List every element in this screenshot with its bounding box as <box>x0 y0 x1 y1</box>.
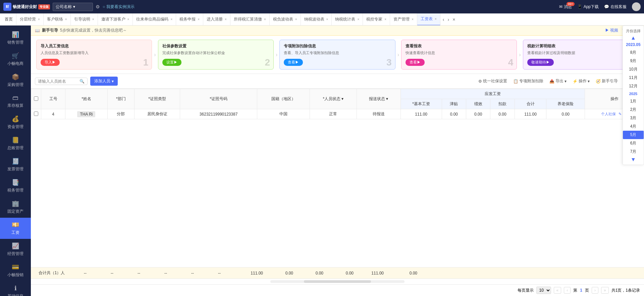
tab-product-code[interactable]: 往来单位商品编码 × <box>133 13 176 26</box>
sidebar-item-basicinfo[interactable]: ℹ 基础信息 <box>0 281 31 296</box>
tab-home[interactable]: 首页 <box>1 13 16 26</box>
settings-icon[interactable]: ⚙ <box>96 4 100 9</box>
tab-yindao[interactable]: 引导说明 × <box>71 13 98 26</box>
month-item-3[interactable]: 3月 <box>623 114 644 122</box>
tab-tax-stat[interactable]: 纳税统计表 × <box>332 13 363 26</box>
special-deduction-button[interactable]: 📋 专项附加扣除 <box>511 77 545 85</box>
tab-qingce[interactable]: 进入清册 × <box>203 13 230 26</box>
ledger-icon: 📒 <box>12 136 19 144</box>
online-service-button[interactable]: 💬 在线客服 <box>604 4 627 10</box>
sidebar-item-ecommerce[interactable]: 🛒 小畅电商 <box>0 49 31 70</box>
tab-invite[interactable]: 邀请下游客户 × <box>98 13 133 26</box>
close-icon[interactable]: × <box>357 17 359 21</box>
row-checkbox[interactable] <box>34 112 38 116</box>
tab-tax-wave[interactable]: 纳税波动表 × <box>301 13 332 26</box>
select-all-checkbox[interactable] <box>34 96 38 101</box>
edit-icon[interactable]: ✎ <box>619 112 622 116</box>
tab-tax-burden[interactable]: 税负波动表 × <box>270 13 301 26</box>
month-item-4[interactable]: 4月 <box>623 122 644 131</box>
sidebar-item-expense[interactable]: 💳 小畅报销 <box>0 260 31 281</box>
tab-tax-expert[interactable]: 税控专家 × <box>363 13 390 26</box>
user-avatar[interactable] <box>632 2 641 11</box>
tab-asset[interactable]: 资产管理 × <box>390 13 417 26</box>
tab-tax-report[interactable]: 税务申报 × <box>176 13 203 26</box>
sidebar-item-assets[interactable]: 🏢 固定资产 <box>0 197 31 218</box>
step3-button[interactable]: 查看▶ <box>284 59 303 66</box>
tab-prev-button[interactable]: ‹ <box>442 17 445 22</box>
close-icon[interactable]: × <box>264 17 266 21</box>
next-page-button[interactable]: › <box>592 287 598 294</box>
sidebar-item-tax[interactable]: 📑 税务管理 <box>0 175 31 197</box>
close-icon[interactable]: × <box>225 17 227 21</box>
close-icon[interactable]: × <box>435 17 437 21</box>
service-icon: 💬 <box>604 4 609 9</box>
month-panel-down-button[interactable]: ▼ <box>629 156 637 163</box>
sidebar-item-inventory[interactable]: 🗃 库存核算 <box>0 91 31 112</box>
month-panel-up-button[interactable]: ▲ <box>629 34 637 42</box>
row-checkbox-cell <box>31 109 41 119</box>
close-icon[interactable]: × <box>170 17 172 21</box>
tab-tax-calc[interactable]: 所得税汇算清缴 × <box>230 13 270 26</box>
close-icon[interactable]: × <box>127 17 129 21</box>
sidebar-item-sales[interactable]: 📊 销售管理 <box>0 28 31 49</box>
step1-button[interactable]: 导入▶ <box>41 59 60 66</box>
prev-page-button[interactable]: ‹ <box>564 287 571 294</box>
tab-salary[interactable]: 工资表 × <box>417 13 440 26</box>
month-item-11[interactable]: 11月 <box>623 74 644 82</box>
add-person-button[interactable]: 添加人员 ▾ <box>90 77 118 86</box>
row-report-status: 待报送 <box>357 109 400 119</box>
sidebar-item-management[interactable]: 📈 经营管理 <box>0 239 31 260</box>
scrollbar-thumb[interactable] <box>304 280 371 283</box>
video-link[interactable]: ▶ 视频 <box>605 28 618 33</box>
step3-desc: 查看、导入员工专项附加扣除信息 <box>284 50 391 55</box>
export-button[interactable]: 📤 导出 ▾ <box>547 77 569 85</box>
search-icon[interactable]: 🔍 <box>79 79 85 84</box>
step2-button[interactable]: 设置▶ <box>162 59 181 66</box>
month-item-5[interactable]: 5月 <box>623 131 644 139</box>
sidebar-item-finance[interactable]: 💰 资金管理 <box>0 112 31 133</box>
sidebar-item-ledger[interactable]: 📒 总账管理 <box>0 133 31 154</box>
step5-button[interactable]: 敬请期待▶ <box>527 59 554 66</box>
close-icon[interactable]: × <box>38 17 40 21</box>
step1-title: 导入员工资信息 <box>41 43 148 49</box>
month-item-12[interactable]: 12月 <box>623 82 644 90</box>
toolbar: 🔍 添加人员 ▾ ⚙ 统一社保设置 📋 专项附加扣除 📤 导出 <box>31 74 644 89</box>
page-size-select[interactable]: 10 20 50 <box>536 287 551 294</box>
close-icon[interactable]: × <box>198 17 200 21</box>
month-item-10[interactable]: 10月 <box>623 65 644 74</box>
sidebar-item-purchase[interactable]: 📦 采购管理 <box>0 70 31 91</box>
month-item-6[interactable]: 6月 <box>623 139 644 147</box>
month-item-year-2025[interactable]: 2025 <box>623 90 644 97</box>
month-item-8[interactable]: 8月 <box>623 48 644 57</box>
table-header-basic: *基本工资 <box>400 99 442 109</box>
operation-button[interactable]: ⚡ 操作 ▾ <box>571 77 592 85</box>
sidebar-item-salary[interactable]: 💴 工资 <box>0 218 31 239</box>
social-insurance-link[interactable]: 个人社保 <box>601 112 616 116</box>
tab-fen-ceng[interactable]: 分层经营 × <box>16 13 44 26</box>
search-input[interactable] <box>38 79 78 84</box>
close-icon[interactable]: × <box>384 17 386 21</box>
close-icon[interactable]: × <box>326 17 328 21</box>
message-button[interactable]: ✉ 消息 99+ <box>559 4 572 10</box>
close-icon[interactable]: × <box>295 17 297 21</box>
close-icon[interactable]: × <box>412 17 414 21</box>
demo-link[interactable]: ○ 我要看实例演示 <box>103 4 135 10</box>
social-security-button[interactable]: ⚙ 统一社保设置 <box>476 77 509 85</box>
month-item-1[interactable]: 1月 <box>623 97 644 105</box>
first-page-button[interactable]: « <box>554 287 561 294</box>
top-bar: 财 畅捷通好业财 专业版 公司名称 ▾ ⚙ ○ 我要看实例演示 ✉ 消息 99+… <box>0 0 644 13</box>
month-item-7[interactable]: 7月 <box>623 147 644 156</box>
tab-close-all-button[interactable]: × <box>451 17 456 22</box>
month-item-9[interactable]: 9月 <box>623 57 644 65</box>
tab-kehu[interactable]: 客户联络 × <box>44 13 71 26</box>
newguide-button[interactable]: 🧭 新手引导 <box>594 77 620 85</box>
step4-button[interactable]: 查看▶ <box>406 59 425 66</box>
close-icon[interactable]: × <box>65 17 67 21</box>
app-download-button[interactable]: 📱 App下载 <box>577 4 599 10</box>
last-page-button[interactable]: » <box>601 287 609 294</box>
company-selector[interactable]: 公司名称 ▾ <box>53 3 93 11</box>
close-icon[interactable]: × <box>92 17 94 21</box>
sidebar-item-invoice[interactable]: 🧾 发票管理 <box>0 154 31 175</box>
tab-next-button[interactable]: › <box>446 17 450 22</box>
month-item-2[interactable]: 2月 <box>623 105 644 114</box>
